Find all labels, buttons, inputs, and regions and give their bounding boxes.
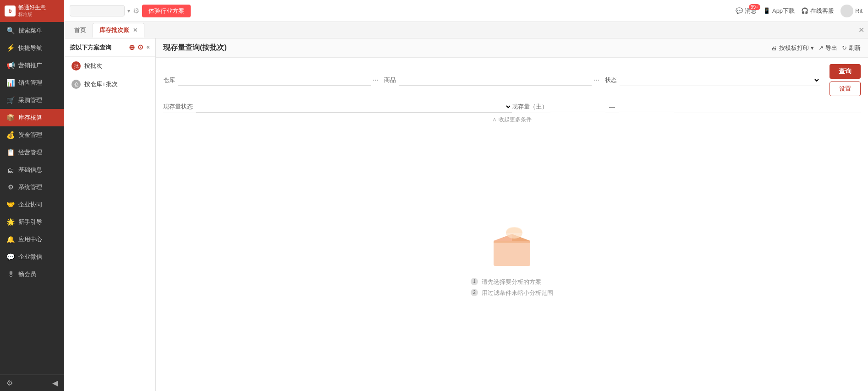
refresh-btn[interactable]: ↻ 刷新	[842, 44, 861, 52]
sidebar: b 畅通好生意 标准版 🔍 搜索菜单 ⚡ 快捷导航 📢 营销推广 📊 销售管理 …	[0, 0, 64, 391]
sidebar-nav: 🔍 搜索菜单 ⚡ 快捷导航 📢 营销推广 📊 销售管理 🛒 采购管理 📦 库存核…	[0, 22, 64, 375]
topbar: ▾ ⚙ 体验行业方案 💬 消息 99+ 📱 App下载 🎧 在线客服 Rit	[64, 0, 868, 22]
sidebar-item-basicinfo[interactable]: 🗂 基础信息	[0, 161, 64, 179]
collapse-btn[interactable]: ∧ 收起更多条件	[163, 113, 861, 126]
inventory-status-select[interactable]	[196, 101, 512, 113]
finance-icon: 💰	[6, 131, 15, 139]
left-panel-title: 按以下方案查询	[70, 43, 111, 52]
step-num-1: 1	[471, 278, 478, 285]
refresh-icon: ↻	[842, 44, 847, 51]
page-title: 现存量查询(按批次)	[163, 43, 227, 53]
app-edition: 标准版	[18, 11, 46, 18]
collapse-left-icon[interactable]: «	[146, 43, 150, 52]
status-select[interactable]	[620, 74, 820, 86]
sidebar-item-purchase[interactable]: 🛒 采购管理	[0, 92, 64, 109]
step-num-2: 2	[471, 289, 478, 296]
query-button[interactable]: 查询	[830, 64, 861, 79]
add-scheme-icon[interactable]: ⊕	[129, 43, 135, 52]
page-content: 按以下方案查询 ⊕ ⊙ « 批 按批次 仓 按仓库+批次 现存量查询(按批次)	[64, 38, 868, 391]
sidebar-item-quicknav[interactable]: ⚡ 快捷导航	[0, 39, 64, 57]
message-btn[interactable]: 💬 消息 99+	[736, 7, 757, 15]
filter-area: 仓库 ··· 商品 ··· 状态	[156, 58, 868, 133]
sidebar-label-wxwork: 企业微信	[18, 253, 42, 261]
message-icon: 💬	[736, 7, 743, 14]
inventory-qty-max[interactable]	[619, 101, 674, 112]
member-icon: 🎖	[6, 271, 15, 278]
online-service-btn[interactable]: 🎧 在线客服	[801, 7, 834, 15]
topbar-search-input[interactable]	[70, 5, 125, 16]
tab-inventory-batch[interactable]: 库存批次账 ✕	[93, 23, 144, 38]
sidebar-item-member[interactable]: 🎖 畅会员	[0, 266, 64, 283]
sidebar-item-collab[interactable]: 🤝 企业协同	[0, 196, 64, 213]
collapse-sidebar-icon[interactable]: ◀	[52, 379, 58, 387]
scheme-item-warehouse-batch[interactable]: 仓 按仓库+批次	[64, 75, 155, 93]
topbar-right: 💬 消息 99+ 📱 App下载 🎧 在线客服 Rit	[736, 5, 863, 17]
sidebar-label-system: 系统管理	[18, 183, 42, 191]
warehouse-input[interactable]	[178, 75, 371, 86]
collapse-label: 收起更多条件	[499, 116, 532, 123]
export-btn[interactable]: ↗ 导出	[819, 44, 837, 52]
user-profile-btn[interactable]: Rit	[841, 5, 863, 17]
scheme-settings-icon[interactable]: ⊙	[137, 43, 143, 52]
empty-step-1: 1 请先选择要分析的方案	[471, 278, 553, 286]
left-panel-actions: ⊕ ⊙ «	[129, 43, 150, 52]
warehouse-label: 仓库	[163, 76, 175, 84]
filter-status: 状态	[605, 74, 820, 86]
sidebar-item-inventory[interactable]: 📦 库存核算	[0, 109, 64, 126]
trial-btn[interactable]: 体验行业方案	[142, 5, 191, 17]
sidebar-label-appcenter: 应用中心	[18, 235, 42, 244]
topbar-gear-icon[interactable]: ⚙	[133, 6, 139, 15]
tab-home[interactable]: 首页	[68, 23, 93, 37]
sidebar-item-search[interactable]: 🔍 搜索菜单	[0, 22, 64, 39]
tab-inventory-batch-label: 库存批次账	[99, 26, 129, 34]
topbar-left: ▾ ⚙ 体验行业方案	[70, 5, 732, 17]
sidebar-item-appcenter[interactable]: 🔔 应用中心	[0, 231, 64, 248]
goods-input[interactable]	[399, 75, 592, 86]
guide-icon: 🌟	[6, 218, 15, 226]
sidebar-item-guide[interactable]: 🌟 新手引导	[0, 213, 64, 231]
app-download-label: App下载	[772, 7, 795, 15]
empty-svg	[484, 225, 539, 271]
sidebar-item-marketing[interactable]: 📢 营销推广	[0, 57, 64, 74]
sidebar-label-member: 畅会员	[18, 270, 36, 278]
page-title-actions: 🖨 按模板打印 ▾ ↗ 导出 ↻ 刷新	[771, 44, 861, 52]
left-panel-header: 按以下方案查询 ⊕ ⊙ «	[64, 38, 155, 57]
sidebar-item-system[interactable]: ⚙ 系统管理	[0, 179, 64, 196]
tab-close-panel-icon[interactable]: ✕	[858, 26, 864, 34]
empty-step-2-text: 用过滤条件来缩小分析范围	[482, 289, 553, 297]
sidebar-item-wxwork[interactable]: 💬 企业微信	[0, 248, 64, 266]
print-dropdown-icon[interactable]: ▾	[811, 44, 814, 51]
message-badge: 99+	[749, 4, 760, 10]
topbar-dropdown-btn[interactable]: ▾	[127, 8, 130, 14]
filter-row-2: 现存量状态 现存量（主） —	[163, 101, 861, 113]
dash-separator: —	[605, 103, 619, 110]
scheme-label-warehouse-batch: 按仓库+批次	[84, 80, 118, 88]
action-buttons: 查询 设置	[830, 64, 861, 96]
print-btn[interactable]: 🖨 按模板打印 ▾	[771, 44, 814, 52]
sidebar-label-finance: 资金管理	[18, 131, 42, 139]
warehouse-more-icon[interactable]: ···	[373, 76, 379, 84]
setup-button[interactable]: 设置	[830, 81, 861, 96]
scheme-item-batch[interactable]: 批 按批次	[64, 57, 155, 75]
inventory-icon: 📦	[6, 114, 15, 122]
inventory-status-label: 现存量状态	[163, 103, 193, 111]
settings-icon[interactable]: ⚙	[6, 379, 13, 387]
scheme-icon-red: 批	[71, 61, 81, 71]
refresh-label: 刷新	[849, 44, 861, 52]
mobile-icon: 📱	[763, 7, 770, 14]
user-name: Rit	[855, 7, 863, 14]
sidebar-item-finance[interactable]: 💰 资金管理	[0, 126, 64, 144]
tab-close-icon[interactable]: ✕	[133, 27, 137, 33]
app-download-btn[interactable]: 📱 App下载	[763, 7, 795, 15]
filter-row-1: 仓库 ··· 商品 ··· 状态	[163, 64, 861, 96]
printer-icon: 🖨	[771, 44, 777, 51]
online-service-label: 在线客服	[810, 7, 834, 15]
inventory-qty-min[interactable]	[550, 101, 605, 112]
svg-rect-3	[494, 241, 530, 243]
sidebar-label-basicinfo: 基础信息	[18, 166, 42, 174]
sidebar-item-sales[interactable]: 📊 销售管理	[0, 74, 64, 92]
sales-icon: 📊	[6, 79, 15, 87]
sidebar-item-operations[interactable]: 📋 经营管理	[0, 144, 64, 161]
export-label: 导出	[825, 44, 837, 52]
goods-more-icon[interactable]: ···	[593, 76, 599, 84]
